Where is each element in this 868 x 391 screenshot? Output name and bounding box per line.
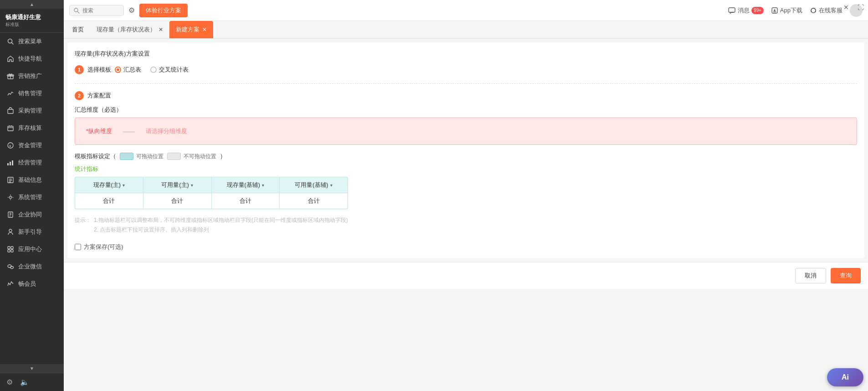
gift-icon (6, 72, 15, 80)
sidebar-item-label: 新手引导 (18, 228, 42, 236)
sound-icon[interactable]: 🔈 (20, 378, 29, 386)
svg-point-19 (8, 265, 11, 268)
svg-rect-15 (8, 247, 10, 249)
system-icon (6, 193, 15, 201)
save-label: 方案保存(可选) (84, 243, 123, 251)
query-button[interactable]: 查询 (831, 268, 861, 283)
sidebar-scroll-down[interactable]: ▼ (0, 364, 64, 373)
step1-header: 1 选择模板 汇总表 交叉统计表 (75, 65, 857, 74)
indicator-settings: 模板指标设定（ 可拖动位置 不可拖动位置 ） (75, 152, 857, 160)
app-download-btn[interactable]: App下载 (771, 6, 802, 15)
chevron-down-icon-2[interactable]: ▾ (262, 183, 264, 188)
topbar: ⚙ 体验行业方案 消息 99+ App下载 在线客服 (64, 0, 868, 21)
sidebar-item-label: 快捷导航 (18, 55, 42, 63)
tips-section: 提示： 1.拖动标题栏可以调整布局，不可跨维度或指标区域拖动栏目字段(只能在同一… (75, 216, 857, 234)
tab-new-scheme-label: 新建方案 (176, 26, 199, 34)
sidebar: ▲ 畅康通好生意 标准版 搜索菜单 快捷导航 营销推广 销售管理 (0, 0, 64, 391)
sidebar-item-label: 采购管理 (18, 107, 42, 115)
sidebar-item-marketing[interactable]: 营销推广 (0, 67, 64, 85)
app-download-label: App下载 (780, 6, 802, 15)
step2-header: 2 方案配置 (75, 91, 857, 100)
sidebar-item-label: 营销推广 (18, 72, 42, 80)
chevron-down-icon-0[interactable]: ▾ (123, 183, 125, 188)
chevron-down-icon-3[interactable]: ▾ (330, 183, 332, 188)
save-option: 方案保存(可选) (75, 243, 857, 251)
table-header-cell-0[interactable]: 现存量(主) ▾ (75, 177, 143, 193)
online-service-btn[interactable]: 在线客服 (810, 6, 842, 15)
svg-rect-9 (10, 162, 11, 165)
svg-rect-16 (11, 247, 13, 249)
sidebar-item-basic-info[interactable]: 基础信息 (0, 171, 64, 189)
trial-button[interactable]: 体验行业方案 (139, 4, 188, 17)
sidebar-item-system[interactable]: 系统管理 (0, 189, 64, 206)
table-header-cell-3[interactable]: 可用量(基辅) ▾ (280, 177, 347, 193)
radio-summary-label: 汇总表 (123, 66, 141, 74)
radio-summary[interactable]: 汇总表 (115, 66, 141, 74)
tip-item-0: 1.拖动标题栏可以调整布局，不可跨维度或指标区域拖动栏目字段(只能在同一维度或指… (94, 216, 348, 224)
sidebar-item-search-menu[interactable]: 搜索菜单 (0, 33, 64, 50)
sidebar-item-operations[interactable]: 经营管理 (0, 154, 64, 171)
sidebar-item-vip[interactable]: 畅会员 (0, 275, 64, 293)
sidebar-item-purchase[interactable]: 采购管理 (0, 102, 64, 119)
sidebar-item-app-center[interactable]: 应用中心 (0, 241, 64, 258)
settings-icon[interactable]: ⚙ (6, 378, 13, 386)
sidebar-scroll-up[interactable]: ▲ (0, 0, 64, 9)
svg-rect-26 (811, 11, 812, 12)
enterprise-icon (6, 211, 15, 219)
save-checkbox[interactable] (75, 244, 81, 250)
tips-label-text: 提示： (75, 216, 91, 224)
svg-rect-5 (8, 126, 13, 131)
chevron-down-icon-1[interactable]: ▾ (191, 183, 193, 188)
search-box[interactable] (69, 5, 124, 16)
dimension-select-hint[interactable]: 请选择分组维度 (146, 127, 187, 135)
tab-new-scheme-close[interactable]: ✕ (202, 26, 207, 33)
tabbar: 首页 现存量（库存状况表） ✕ 新建方案 ✕ ✕ ⛶ (64, 21, 868, 39)
step2-title: 方案配置 (87, 92, 111, 100)
svg-point-14 (9, 229, 12, 232)
bag-icon (6, 107, 15, 115)
sidebar-item-finance[interactable]: ¥ 资金管理 (0, 137, 64, 154)
table-header-cell-2[interactable]: 现存量(基辅) ▾ (212, 177, 280, 193)
sidebar-item-label: 经营管理 (18, 159, 42, 167)
radio-cross[interactable]: 交叉统计表 (150, 66, 189, 74)
message-icon (728, 6, 736, 15)
vip-icon (6, 280, 15, 288)
sidebar-footer: ⚙ 🔈 (0, 373, 64, 391)
dimension-label: 汇总维度（必选） (75, 106, 857, 114)
close-btn[interactable]: ✕ (839, 0, 853, 15)
search-input[interactable] (82, 7, 119, 14)
step2-section: 2 方案配置 汇总维度（必选） *纵向维度 —— 请选择分组维度 模板指标设定（ (75, 91, 857, 234)
cancel-button[interactable]: 取消 (795, 268, 826, 283)
tab-new-scheme[interactable]: 新建方案 ✕ (169, 21, 213, 38)
edition-label: 标准版 (5, 21, 58, 28)
step1-badge: 1 (75, 65, 84, 74)
dimension-box: *纵向维度 —— 请选择分组维度 (75, 118, 857, 145)
step2-badge: 2 (75, 91, 84, 100)
svg-rect-17 (8, 250, 10, 252)
ai-fab-button[interactable]: Ai (827, 368, 863, 386)
svg-rect-27 (815, 11, 816, 12)
brand-name: 畅康通好生意 (5, 13, 58, 21)
tab-inventory-status[interactable]: 现存量（库存状况表） ✕ (90, 21, 169, 38)
tip-label: 提示： 1.拖动标题栏可以调整布局，不可跨维度或指标区域拖动栏目字段(只能在同一… (75, 216, 857, 224)
headset-icon (810, 7, 817, 14)
tip-item-1-row: 提示： 2. 点击标题栏下拉可设置排序、插入列和删除列 (75, 226, 857, 234)
messages-label: 消息 (738, 6, 750, 15)
sidebar-item-wechat[interactable]: 企业微信 (0, 258, 64, 275)
box-icon (6, 124, 15, 132)
tab-inventory-close[interactable]: ✕ (158, 26, 163, 33)
indicator-settings-suffix: ） (220, 152, 226, 160)
sidebar-item-enterprise[interactable]: 企业协同 (0, 206, 64, 223)
sidebar-item-new-guide[interactable]: 新手引导 (0, 223, 64, 241)
sidebar-item-quick-nav[interactable]: 快捷导航 (0, 50, 64, 67)
expand-btn[interactable]: ⛶ (853, 0, 868, 15)
sidebar-item-inventory[interactable]: 库存核算 (0, 119, 64, 137)
svg-rect-23 (729, 8, 735, 12)
non-draggable-box (167, 153, 181, 160)
table-header-cell-1[interactable]: 可用量(主) ▾ (143, 177, 212, 193)
radio-cross-circle (150, 67, 157, 73)
sidebar-item-sales[interactable]: 销售管理 (0, 85, 64, 102)
gear-icon[interactable]: ⚙ (128, 6, 135, 15)
messages-btn[interactable]: 消息 99+ (728, 6, 764, 15)
tab-home[interactable]: 首页 (66, 21, 90, 38)
